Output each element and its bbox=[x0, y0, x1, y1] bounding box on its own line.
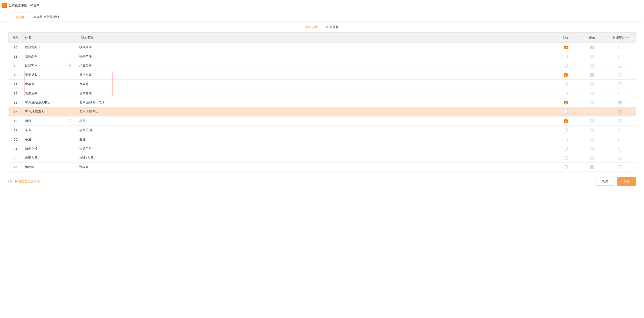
cell-show bbox=[553, 153, 579, 162]
checkbox-show[interactable] bbox=[564, 82, 568, 86]
checkbox-show[interactable] bbox=[564, 119, 568, 123]
checkbox-readonly[interactable] bbox=[618, 46, 622, 49]
cell-required bbox=[579, 61, 605, 70]
checkbox-readonly[interactable] bbox=[618, 73, 622, 77]
checkbox-show[interactable] bbox=[564, 92, 568, 95]
main-tabs: 表头区表体区-销货单明细 bbox=[11, 12, 643, 22]
cell-display-name[interactable]: 发票号 bbox=[77, 80, 553, 89]
cell-show bbox=[553, 162, 579, 172]
checkbox-readonly[interactable] bbox=[618, 82, 622, 86]
cell-readonly bbox=[605, 98, 636, 107]
cell-display-name[interactable]: 备注 bbox=[77, 135, 553, 144]
cell-required bbox=[579, 162, 605, 172]
checkbox-required bbox=[590, 166, 594, 169]
checkbox-show[interactable] bbox=[564, 166, 568, 169]
cell-display-name[interactable]: 快递单号 bbox=[77, 144, 553, 153]
cell-seq: 13 bbox=[8, 70, 23, 80]
cell-seq: 15 bbox=[8, 89, 23, 98]
col-header-show: 显示 bbox=[553, 32, 579, 43]
cell-required bbox=[579, 80, 605, 89]
cell-seq: 12 bbox=[8, 61, 23, 70]
checkbox-readonly[interactable] bbox=[618, 64, 622, 68]
cell-name: 收款条件 bbox=[23, 52, 77, 61]
cell-show bbox=[553, 116, 579, 126]
cell-display-name[interactable]: 发票金额 bbox=[77, 89, 553, 98]
checkbox-required bbox=[590, 138, 594, 141]
checkbox-show[interactable] bbox=[564, 101, 568, 104]
checkbox-show[interactable] bbox=[564, 55, 568, 58]
checkbox-show[interactable] bbox=[564, 73, 568, 77]
cell-show bbox=[553, 70, 579, 80]
cell-seq: 14 bbox=[8, 80, 23, 89]
checkbox-readonly[interactable] bbox=[618, 55, 622, 58]
help-icon[interactable]: ? bbox=[625, 36, 629, 39]
cell-seq: 10 bbox=[8, 43, 23, 52]
add-sub-field-button[interactable]: + bbox=[68, 64, 72, 68]
cell-display-name[interactable]: 步骤1人员 bbox=[77, 153, 553, 162]
save-button[interactable]: 保存 bbox=[617, 177, 636, 186]
cell-readonly bbox=[605, 89, 636, 98]
checkbox-required bbox=[590, 55, 594, 58]
checkbox-readonly[interactable] bbox=[618, 138, 622, 141]
field-table: 序号 列名 *显示名称 显示 必录 不可编辑? 10收款到期日收款到期日11收款… bbox=[8, 32, 636, 172]
checkbox-show[interactable] bbox=[564, 128, 568, 132]
cell-show bbox=[553, 144, 579, 153]
checkbox-readonly[interactable] bbox=[618, 128, 622, 132]
checkbox-readonly[interactable] bbox=[618, 166, 622, 169]
tab-sub-1[interactable]: 布局调整 bbox=[322, 25, 343, 32]
cell-name: 客户.主联系人电话 bbox=[23, 98, 77, 107]
cell-name: 预收款 bbox=[23, 162, 77, 172]
checkbox-readonly[interactable] bbox=[618, 147, 622, 150]
cell-show bbox=[553, 80, 579, 89]
checkbox-show[interactable] bbox=[564, 138, 568, 141]
checkbox-readonly[interactable] bbox=[618, 92, 622, 95]
table-row: 12结算客户+结算客户 bbox=[8, 61, 636, 70]
cell-name: 客户.主联系人 bbox=[23, 107, 77, 116]
tab-main-1[interactable]: 表体区-销货单明细 bbox=[29, 12, 63, 22]
cell-display-name[interactable]: 收款条件 bbox=[77, 52, 553, 61]
checkbox-required bbox=[590, 147, 594, 150]
checkbox-readonly bbox=[618, 101, 622, 104]
checkbox-show[interactable] bbox=[564, 156, 568, 160]
expand-sidebar-button[interactable] bbox=[2, 3, 7, 8]
checkbox-readonly bbox=[618, 119, 622, 123]
manage-custom-fields-link[interactable]: 管理自定义字段 bbox=[14, 179, 40, 184]
cell-display-name[interactable]: 结算客户 bbox=[77, 61, 553, 70]
checkbox-show[interactable] bbox=[564, 46, 568, 49]
cell-name: 步骤人员 bbox=[23, 153, 77, 162]
cell-readonly bbox=[605, 80, 636, 89]
cell-seq: 16 bbox=[8, 98, 23, 107]
cell-required bbox=[579, 126, 605, 135]
cell-display-name[interactable]: 项目 bbox=[77, 116, 553, 126]
footer-help-icon[interactable]: ? bbox=[8, 180, 12, 183]
cell-display-name[interactable]: 票据类型 bbox=[77, 70, 553, 80]
tab-sub-0[interactable]: 字段设置 bbox=[301, 25, 322, 32]
cell-show bbox=[553, 43, 579, 52]
cancel-button[interactable]: 取消 bbox=[596, 177, 614, 186]
checkbox-required bbox=[590, 101, 594, 104]
checkbox-readonly[interactable] bbox=[618, 156, 622, 160]
cell-required bbox=[579, 135, 605, 144]
cell-display-name[interactable]: 预收款 bbox=[77, 162, 553, 172]
checkbox-show[interactable] bbox=[564, 64, 568, 68]
cell-name: 收款到期日 bbox=[23, 43, 77, 52]
add-sub-field-button[interactable]: + bbox=[68, 119, 72, 123]
cell-display-name[interactable]: 客户.主联系人电话 bbox=[77, 98, 553, 107]
cell-name: 结算客户+ bbox=[23, 61, 77, 70]
cell-display-name[interactable]: 项目.车号 bbox=[77, 126, 553, 135]
cell-readonly bbox=[605, 70, 636, 80]
checkbox-show[interactable] bbox=[564, 147, 568, 150]
tab-main-0[interactable]: 表头区 bbox=[11, 12, 29, 22]
cell-readonly bbox=[605, 144, 636, 153]
checkbox-show[interactable] bbox=[564, 110, 568, 114]
cell-required bbox=[579, 89, 605, 98]
cell-readonly bbox=[605, 52, 636, 61]
cell-name: 发票金额 bbox=[23, 89, 77, 98]
cell-readonly bbox=[605, 153, 636, 162]
cell-readonly bbox=[605, 107, 636, 116]
cell-display-name[interactable]: 收款到期日 bbox=[77, 43, 553, 52]
table-row: 22步骤人员步骤1人员 bbox=[8, 153, 636, 162]
cell-display-name[interactable]: 客户.主联系人 bbox=[77, 107, 553, 116]
cell-show bbox=[553, 107, 579, 116]
col-header-readonly: 不可编辑? bbox=[605, 32, 636, 43]
